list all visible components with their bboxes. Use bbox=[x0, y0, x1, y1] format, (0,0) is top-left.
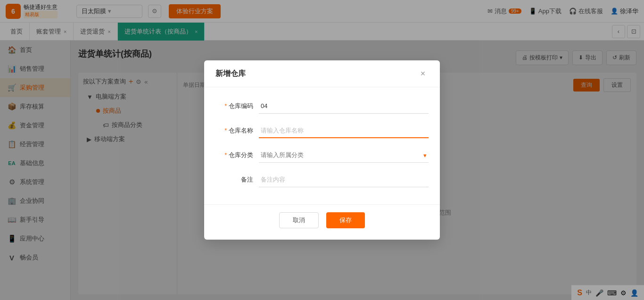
code-label: 仓库编码 bbox=[215, 102, 253, 110]
modal-body: 仓库编码 仓库名称 仓库分类 ▾ 备注 bbox=[204, 87, 440, 204]
modal-footer: 取消 保存 bbox=[204, 205, 440, 240]
form-row-note: 备注 bbox=[215, 172, 429, 187]
name-input[interactable] bbox=[259, 123, 429, 138]
modal-header: 新增仓库 × bbox=[204, 60, 440, 87]
category-label: 仓库分类 bbox=[215, 151, 253, 159]
category-input[interactable] bbox=[259, 148, 429, 163]
modal-overlay: 新增仓库 × 仓库编码 仓库名称 仓库分类 ▾ bbox=[0, 0, 644, 300]
form-row-code: 仓库编码 bbox=[215, 99, 429, 114]
cancel-button[interactable]: 取消 bbox=[279, 212, 319, 228]
save-button[interactable]: 保存 bbox=[326, 212, 365, 228]
note-input[interactable] bbox=[259, 172, 429, 187]
form-row-name: 仓库名称 bbox=[215, 123, 429, 138]
category-select-wrap: ▾ bbox=[259, 148, 429, 163]
modal-close-button[interactable]: × bbox=[417, 68, 429, 79]
name-label: 仓库名称 bbox=[215, 126, 253, 135]
note-label: 备注 bbox=[215, 175, 253, 184]
code-input[interactable] bbox=[259, 99, 429, 114]
form-row-category: 仓库分类 ▾ bbox=[215, 148, 429, 163]
add-warehouse-modal: 新增仓库 × 仓库编码 仓库名称 仓库分类 ▾ bbox=[204, 60, 440, 240]
modal-title: 新增仓库 bbox=[215, 69, 246, 79]
